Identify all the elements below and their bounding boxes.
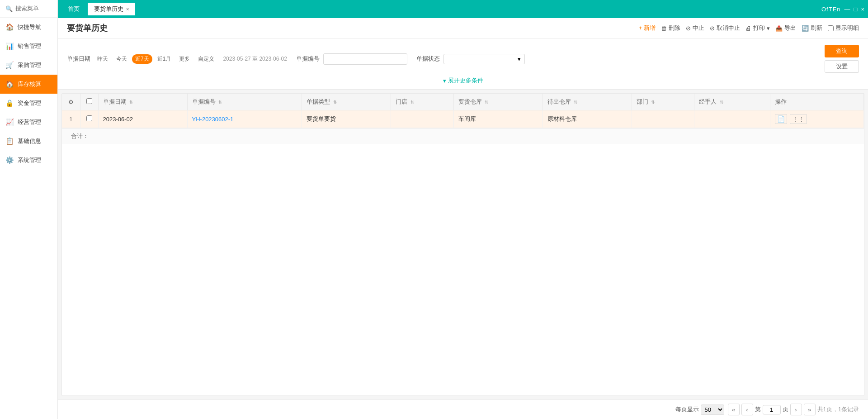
filter-settings-button[interactable]: 设置 — [825, 60, 859, 73]
tab-close-icon[interactable]: × — [126, 6, 129, 12]
sort-icon-doc-no: ⇅ — [218, 100, 222, 105]
expand-more-button[interactable]: ▾ 展开更多条件 — [67, 76, 859, 85]
sidebar-search[interactable]: 🔍 搜索菜单 — [0, 0, 57, 18]
next-page-button[interactable]: › — [790, 404, 802, 415]
date-range-display: 2023-05-27 至 2023-06-02 — [223, 55, 287, 63]
sort-icon-doc-type: ⇅ — [333, 100, 337, 105]
display-detail-checkbox[interactable] — [828, 25, 834, 31]
close-button[interactable]: × — [861, 6, 864, 13]
table-row: 1 2023-06-02 YH-20230602-1 要货单要货 车间库 原材料… — [62, 110, 864, 128]
table-checkbox-col[interactable] — [80, 94, 98, 110]
stop-button[interactable]: ⊘ 中止 — [686, 24, 704, 32]
tab-bar-right: OfTEn — □ × — [821, 6, 864, 13]
chevron-down-icon: ▾ — [518, 56, 521, 62]
row-index: 1 — [62, 110, 80, 128]
per-page-select[interactable]: 10 20 50 100 — [701, 405, 724, 415]
date-opt-today[interactable]: 今天 — [113, 54, 130, 64]
cancel-stop-icon: ⊘ — [710, 25, 715, 32]
tab-home[interactable]: 首页 — [61, 3, 86, 15]
doc-no-filter-group: 单据编号 — [296, 53, 407, 65]
filter-area: 单据日期 昨天 今天 近7天 近1月 更多 自定义 2023-05-27 至 2… — [58, 38, 868, 90]
new-label: + 新增 — [639, 24, 656, 32]
sidebar-item-label: 销售管理 — [18, 42, 41, 50]
first-page-button[interactable]: « — [728, 404, 740, 415]
table-col-handler[interactable]: 经手人 ⇅ — [694, 94, 770, 110]
sort-icon-dept: ⇅ — [651, 100, 655, 105]
sidebar-item-purchase[interactable]: 🛒 采购管理 — [0, 56, 57, 75]
date-opt-more[interactable]: 更多 — [176, 54, 193, 64]
footer-label: 合计： — [71, 133, 89, 139]
doc-no-link[interactable]: YH-20230602-1 — [192, 116, 234, 123]
sort-icon-store: ⇅ — [410, 100, 414, 105]
print-icon: 🖨 — [745, 25, 751, 32]
date-opt-1month[interactable]: 近1月 — [154, 54, 175, 64]
main-area: 首页 要货单历史 × OfTEn — □ × 要货单历史 + 新增 🗑 删除 — [58, 0, 868, 419]
minimize-button[interactable]: — — [844, 6, 850, 13]
table-col-dept[interactable]: 部门 ⇅ — [632, 94, 694, 110]
home-icon: 🏠 — [5, 23, 14, 31]
sidebar-item-system[interactable]: ⚙️ 系统管理 — [0, 151, 57, 170]
tab-requisition-history[interactable]: 要货单历史 × — [88, 3, 135, 15]
table-settings-col[interactable]: ⚙ — [62, 94, 80, 110]
prev-page-button[interactable]: ‹ — [741, 404, 753, 415]
data-table: ⚙ 单据日期 ⇅ 单据编号 ⇅ 单据类型 ⇅ — [62, 94, 864, 128]
sidebar: 🔍 搜索菜单 🏠 快捷导航 📊 销售管理 🛒 采购管理 🏠 库存核算 🔒 资金管… — [0, 0, 58, 419]
sidebar-item-shortcuts[interactable]: 🏠 快捷导航 — [0, 18, 57, 37]
delete-button[interactable]: 🗑 删除 — [661, 24, 680, 32]
maximize-button[interactable]: □ — [854, 6, 858, 13]
export-button[interactable]: 📤 导出 — [775, 24, 796, 32]
status-select[interactable]: ▾ — [443, 54, 525, 64]
table-col-store[interactable]: 门店 ⇅ — [391, 94, 454, 110]
row-date: 2023-06-02 — [98, 110, 187, 128]
print-button[interactable]: 🖨 打印 ▾ — [745, 24, 770, 32]
sidebar-item-finance[interactable]: 🔒 资金管理 — [0, 94, 57, 113]
refresh-icon: 🔄 — [802, 25, 809, 32]
chevron-down-icon: ▾ — [443, 77, 446, 84]
last-page-button[interactable]: » — [804, 404, 816, 415]
table-header-row: ⚙ 单据日期 ⇅ 单据编号 ⇅ 单据类型 ⇅ — [62, 94, 864, 110]
date-opt-custom[interactable]: 自定义 — [195, 54, 217, 64]
row-checkbox[interactable] — [86, 115, 92, 121]
delete-label: 删除 — [669, 24, 680, 32]
row-store — [391, 110, 454, 128]
table-col-pending-warehouse[interactable]: 待出仓库 ⇅ — [542, 94, 632, 110]
page-label: 第 — [755, 405, 761, 414]
date-opt-7days[interactable]: 近7天 — [132, 54, 152, 64]
table-col-actions: 操作 — [770, 94, 864, 110]
display-detail-label: 显示明细 — [835, 24, 859, 32]
select-all-checkbox[interactable] — [86, 98, 92, 104]
operation-icon: 📈 — [5, 118, 14, 126]
sidebar-item-label: 采购管理 — [18, 61, 41, 69]
query-button[interactable]: 查询 — [825, 45, 859, 57]
per-page-label: 每页显示 — [675, 405, 699, 414]
action-cell: 📄 ⋮⋮ — [775, 114, 859, 124]
pagination-bar: 每页显示 10 20 50 100 « ‹ 第 页 › » 共1页，1条记录 — [58, 400, 868, 419]
tab-bar: 首页 要货单历史 × OfTEn — □ × — [58, 0, 868, 18]
date-filter-label: 单据日期 — [67, 55, 90, 63]
export-icon: 📤 — [775, 25, 783, 32]
row-checkbox-cell[interactable] — [80, 110, 98, 128]
refresh-button[interactable]: 🔄 刷新 — [802, 24, 822, 32]
sort-icon-pending-warehouse: ⇅ — [574, 100, 577, 105]
table-col-date[interactable]: 单据日期 ⇅ — [98, 94, 187, 110]
cancel-stop-button[interactable]: ⊘ 取消中止 — [710, 24, 740, 32]
more-icon[interactable]: ⋮⋮ — [790, 114, 807, 124]
sidebar-item-inventory[interactable]: 🏠 库存核算 — [0, 75, 57, 94]
often-label: OfTEn — [821, 6, 841, 13]
sidebar-item-sales[interactable]: 📊 销售管理 — [0, 37, 57, 56]
doc-no-input[interactable] — [323, 53, 407, 65]
table-col-doc-type[interactable]: 单据类型 ⇅ — [302, 94, 391, 110]
sidebar-item-operation[interactable]: 📈 经营管理 — [0, 113, 57, 132]
sidebar-item-basic[interactable]: 📋 基础信息 — [0, 132, 57, 151]
edit-icon[interactable]: 📄 — [775, 114, 787, 124]
display-detail-toggle[interactable]: 显示明细 — [828, 24, 859, 32]
page-input[interactable] — [763, 405, 781, 414]
new-button[interactable]: + 新增 — [639, 24, 656, 32]
table-col-doc-no[interactable]: 单据编号 ⇅ — [187, 94, 302, 110]
per-page-group: 每页显示 10 20 50 100 — [675, 405, 724, 415]
filter-action-buttons: 查询 设置 — [825, 45, 859, 73]
table-col-req-warehouse[interactable]: 要货仓库 ⇅ — [453, 94, 542, 110]
date-opt-yesterday[interactable]: 昨天 — [94, 54, 111, 64]
row-doc-no[interactable]: YH-20230602-1 — [187, 110, 302, 128]
date-filter-group: 单据日期 昨天 今天 近7天 近1月 更多 自定义 2023-05-27 至 2… — [67, 54, 287, 64]
